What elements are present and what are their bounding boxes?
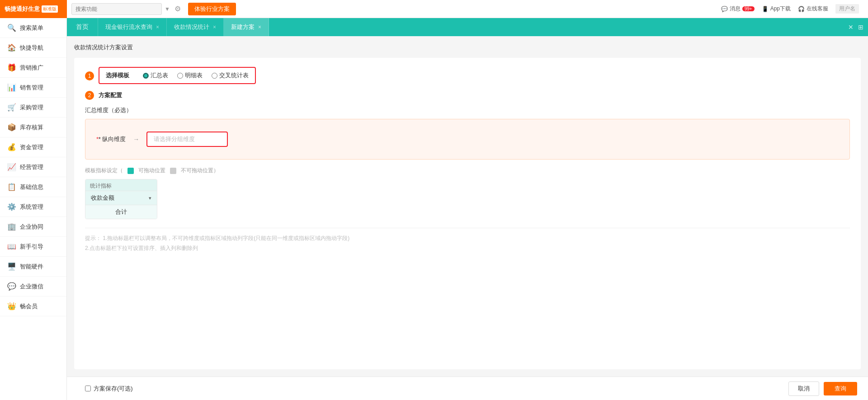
content-area: 首页 现金银行流水查询 × 收款情况统计 × 新建方案 × ✕ ⊞ 收款情况统计… [67, 18, 868, 400]
sidebar-item-member[interactable]: 👑 畅会员 [0, 296, 66, 316]
save-checkbox[interactable] [85, 386, 91, 391]
sidebar-item-operations[interactable]: 📈 经营管理 [0, 157, 66, 177]
sidebar-item-guide[interactable]: 📖 新手引导 [0, 237, 66, 257]
tab-new-plan[interactable]: 新建方案 × [224, 18, 269, 36]
step1-section: 1 选择模板 汇总表 明细表 交叉统计表 [85, 67, 850, 84]
system-icon: ⚙️ [7, 202, 16, 211]
tips-line2: 2.点击标题栏下拉可设置排序、插入列和删除列 [85, 244, 850, 254]
marketing-icon: 🎁 [7, 63, 16, 72]
sidebar-item-enterprise[interactable]: 🏢 企业协同 [0, 217, 66, 237]
step2-badge: 2 [85, 91, 94, 100]
sidebar-item-wechat[interactable]: 💬 企业微信 [0, 277, 66, 296]
wechat-icon: 💬 [7, 282, 16, 291]
tab-bar: 首页 现金银行流水查询 × 收款情况统计 × 新建方案 × ✕ ⊞ [67, 18, 868, 36]
guide-icon: 📖 [7, 242, 16, 251]
dropdown-arrow[interactable]: ▼ [165, 6, 170, 12]
gear-icon[interactable]: ⚙ [175, 5, 181, 13]
download-item[interactable]: 📱 App下载 [762, 5, 791, 13]
tab-close-bank-flow[interactable]: × [156, 24, 159, 30]
tab-bar-right: ✕ ⊞ [844, 18, 868, 36]
quick-nav-icon: 🏠 [7, 43, 16, 52]
search-input[interactable] [71, 3, 162, 15]
logo-area: 畅捷通好生意 标准版 [0, 0, 67, 18]
indicator-section: 模板指标设定（ 可拖动位置 不可拖动位置） 统计指标 收款金额 ▾ [85, 167, 850, 221]
sidebar-item-sales[interactable]: 📊 销售管理 [0, 78, 66, 98]
logo-text: 畅捷通好生意 [5, 5, 40, 13]
tab-home[interactable]: 首页 [67, 18, 98, 36]
draggable-label: 可拖动位置 [138, 167, 165, 174]
step1-badge: 1 [85, 71, 94, 80]
sidebar-item-basic-info[interactable]: 📋 基础信息 [0, 177, 66, 197]
dimension-area: * * 纵向维度 → 请选择分组维度 [85, 119, 850, 160]
sidebar-item-search-menu[interactable]: 🔍 搜索菜单 [0, 18, 66, 38]
sidebar-item-system[interactable]: ⚙️ 系统管理 [0, 197, 66, 217]
tips-line1: 提示： 1.拖动标题栏可以调整布局，不可跨维度或指标区域拖动列字段(只能在同一维… [85, 234, 850, 244]
dim-row-label: * * 纵向维度 [96, 135, 126, 143]
sidebar-item-label: 资金管理 [20, 143, 43, 151]
sidebar-item-label: 新手引导 [20, 243, 43, 251]
sales-icon: 📊 [7, 83, 16, 92]
sidebar-item-label: 企业微信 [20, 282, 43, 291]
basic-info-icon: 📋 [7, 183, 16, 191]
tab-close-collection-stats[interactable]: × [213, 24, 216, 30]
enterprise-icon: 🏢 [7, 222, 16, 231]
operations-icon: 📈 [7, 163, 16, 171]
tab-close-window-icon[interactable]: ✕ [848, 24, 854, 31]
top-header: 畅捷通好生意 标准版 ▼ ⚙ 体验行业方案 💬 消息 99+ 📱 App下载 🎧… [0, 0, 868, 18]
indicator-note: 模板指标设定（ 可拖动位置 不可拖动位置） [85, 167, 850, 174]
service-label: 在线客服 [807, 5, 828, 13]
download-icon: 📱 [762, 6, 769, 12]
tab-maximize-icon[interactable]: ⊞ [858, 24, 863, 31]
service-icon: 🎧 [798, 6, 805, 12]
radio-cross[interactable]: 交叉统计表 [212, 71, 249, 80]
service-item[interactable]: 🎧 在线客服 [798, 5, 828, 13]
sidebar-item-marketing[interactable]: 🎁 营销推广 [0, 58, 66, 78]
logo-badge: 标准版 [42, 5, 58, 13]
purchase-icon: 🛒 [7, 103, 16, 112]
tab-collection-stats[interactable]: 收款情况统计 × [167, 18, 224, 36]
sidebar-item-inventory[interactable]: 📦 库存核算 [0, 118, 66, 137]
indicator-title-text: 模板指标设定（ [85, 167, 123, 174]
bottom-bar: 方案保存(可选) 取消 查询 [67, 376, 868, 400]
message-label: 消息 [730, 5, 741, 13]
sidebar: 🔍 搜索菜单 🏠 快捷导航 🎁 营销推广 📊 销售管理 🛒 采购管理 📦 库存核… [0, 18, 67, 400]
nondrag-dot [170, 168, 176, 174]
indicator-chevron-icon[interactable]: ▾ [149, 195, 151, 201]
tips-area: 提示： 1.拖动标题栏可以调整布局，不可跨维度或指标区域拖动列字段(只能在同一维… [85, 228, 850, 253]
sidebar-item-purchase[interactable]: 🛒 采购管理 [0, 98, 66, 118]
sidebar-item-finance[interactable]: 💰 资金管理 [0, 137, 66, 157]
settings-card: 1 选择模板 汇总表 明细表 交叉统计表 [74, 58, 861, 369]
radio-detail[interactable]: 明细表 [177, 71, 203, 80]
draggable-dot [127, 168, 134, 174]
user-name[interactable]: 用户名 [835, 4, 859, 14]
sidebar-item-label: 智能硬件 [20, 263, 43, 271]
radio-summary[interactable]: 汇总表 [143, 71, 168, 80]
sidebar-item-label: 营销推广 [20, 64, 43, 72]
nondrag-label: 不可拖动位置） [181, 167, 219, 174]
dimension-select[interactable]: 请选择分组维度 [146, 132, 228, 147]
query-button[interactable]: 查询 [824, 382, 857, 395]
indicator-header[interactable]: 收款金额 ▾ [85, 191, 157, 205]
config-section: 汇总维度（必选） * * 纵向维度 → 请选择分组维度 [85, 106, 850, 253]
hardware-icon: 🖥️ [7, 262, 16, 271]
step2-section: 2 方案配置 [85, 90, 850, 100]
indicator-cell-total: 合计 [85, 205, 157, 219]
cancel-button[interactable]: 取消 [788, 381, 819, 396]
message-badge: 99+ [742, 6, 755, 11]
message-item[interactable]: 💬 消息 99+ [721, 5, 755, 13]
message-icon: 💬 [721, 6, 728, 12]
step2-label: 方案配置 [99, 91, 122, 99]
tab-close-new-plan[interactable]: × [258, 24, 261, 30]
sidebar-item-hardware[interactable]: 🖥️ 智能硬件 [0, 257, 66, 277]
dim-row: * * 纵向维度 → 请选择分组维度 [96, 132, 228, 147]
sidebar-item-quick-nav[interactable]: 🏠 快捷导航 [0, 38, 66, 58]
tab-bank-flow[interactable]: 现金银行流水查询 × [98, 18, 167, 36]
sidebar-item-label: 经营管理 [20, 163, 43, 171]
header-right: 💬 消息 99+ 📱 App下载 🎧 在线客服 用户名 [721, 4, 859, 14]
header-search: ▼ ⚙ 体验行业方案 [67, 3, 721, 15]
trial-button[interactable]: 体验行业方案 [188, 3, 236, 15]
dimension-title: 汇总维度（必选） [85, 106, 850, 114]
indicator-table: 统计指标 收款金额 ▾ 合计 [85, 179, 157, 219]
sidebar-item-label: 企业协同 [20, 223, 43, 231]
sidebar-item-label: 采购管理 [20, 104, 43, 112]
